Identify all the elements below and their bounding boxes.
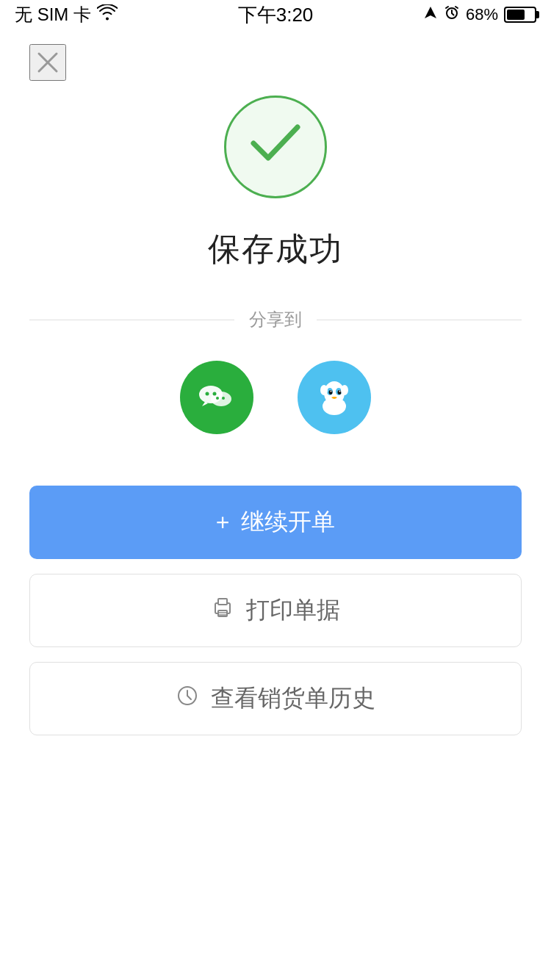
alarm-icon bbox=[444, 4, 460, 25]
clock-icon bbox=[176, 684, 199, 713]
status-right: 68% bbox=[423, 4, 536, 25]
no-sim-text: 无 SIM 卡 bbox=[15, 3, 91, 26]
svg-point-18 bbox=[341, 385, 348, 395]
printer-icon bbox=[211, 596, 234, 625]
share-divider: 分享到 bbox=[29, 308, 522, 331]
svg-point-7 bbox=[216, 397, 219, 400]
success-icon-circle bbox=[224, 96, 327, 198]
svg-rect-21 bbox=[218, 599, 227, 605]
share-label: 分享到 bbox=[249, 308, 302, 331]
main-content: 保存成功 分享到 bbox=[0, 29, 551, 765]
close-button[interactable] bbox=[29, 44, 66, 81]
location-icon bbox=[423, 5, 438, 24]
divider-right bbox=[317, 320, 522, 320]
print-label: 打印单据 bbox=[246, 594, 340, 627]
divider-left bbox=[29, 320, 234, 320]
svg-point-16 bbox=[339, 391, 341, 392]
svg-point-8 bbox=[222, 397, 225, 400]
action-buttons-container: + 继续开单 打印单据 bbox=[29, 486, 522, 735]
status-left: 无 SIM 卡 bbox=[15, 3, 118, 26]
success-title: 保存成功 bbox=[208, 228, 343, 271]
status-bar: 无 SIM 卡 下午3:20 68% bbox=[0, 0, 551, 29]
wechat-share-button[interactable] bbox=[180, 361, 253, 434]
svg-rect-20 bbox=[218, 610, 227, 616]
history-button[interactable]: 查看销货单历史 bbox=[29, 662, 522, 735]
continue-button[interactable]: + 继续开单 bbox=[29, 486, 522, 559]
status-time: 下午3:20 bbox=[238, 2, 314, 28]
svg-point-15 bbox=[331, 391, 332, 392]
plus-icon: + bbox=[216, 509, 230, 536]
svg-point-17 bbox=[320, 385, 328, 395]
checkmark-icon bbox=[250, 121, 301, 173]
svg-point-10 bbox=[323, 397, 346, 415]
wifi-icon bbox=[97, 4, 118, 25]
svg-point-5 bbox=[206, 392, 209, 396]
svg-point-6 bbox=[213, 392, 217, 396]
share-icons-container bbox=[180, 361, 371, 434]
qq-share-button[interactable] bbox=[298, 361, 371, 434]
battery-percentage: 68% bbox=[466, 5, 498, 24]
print-button[interactable]: 打印单据 bbox=[29, 574, 522, 647]
battery-icon bbox=[504, 7, 536, 23]
continue-label: 继续开单 bbox=[241, 506, 335, 538]
history-label: 查看销货单历史 bbox=[211, 682, 375, 715]
